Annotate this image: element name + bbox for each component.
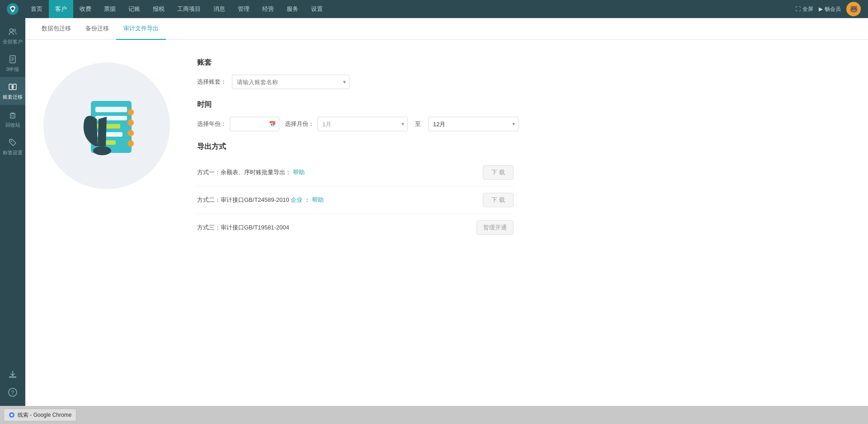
user-avatar[interactable]: 🐻 bbox=[846, 2, 861, 16]
time-form-row: 选择年份： 2023 📅 选择月份： 1月2月3月4月 5月6月7月8月 9月1… bbox=[197, 117, 514, 131]
export-method-1-download-btn[interactable]: 下 载 bbox=[483, 165, 514, 180]
taskbar-chrome[interactable]: 线索 - Google Chrome bbox=[4, 409, 76, 421]
nav-home[interactable]: 首页 bbox=[24, 0, 49, 18]
export-method-3-text: 方式三：审计接口GB/T19581-2004 bbox=[197, 224, 289, 231]
export-method-1-help[interactable]: 帮助 bbox=[293, 169, 305, 176]
export-method-2-text: 方式二：审计接口GB/T24589-2010 bbox=[197, 196, 289, 203]
sidebar-item-account-migration[interactable]: 账套迁移 bbox=[0, 77, 25, 105]
vip-label: 畅会员 bbox=[825, 5, 841, 13]
to-label: 至 bbox=[413, 120, 423, 128]
page-content: 账套 选择账套： ▾ 时间 选择年份： 2023 📅 bbox=[25, 40, 868, 406]
year-select-wrapper: 2023 📅 bbox=[230, 117, 279, 131]
export-section-title: 导出方式 bbox=[197, 142, 514, 152]
migrate-icon bbox=[7, 81, 18, 92]
nav-operations[interactable]: 经营 bbox=[256, 0, 280, 18]
export-method-3: 方式三：审计接口GB/T19581-2004 暂缓开通 bbox=[197, 214, 514, 241]
account-section-title: 账套 bbox=[197, 58, 514, 67]
svg-point-2 bbox=[10, 29, 13, 32]
main-layout: 全部客户 0申报 账套迁移 bbox=[0, 18, 868, 406]
svg-point-25 bbox=[127, 119, 134, 126]
export-method-2: 方式二：审计接口GB/T24589-2010 企业 ： 帮助 下 载 bbox=[197, 186, 514, 214]
top-navigation: 首页 客户 收费 票据 记账 报税 工商项目 消息 管理 经营 服务 设置 ⛶ … bbox=[0, 0, 868, 18]
taskbar: 线索 - Google Chrome bbox=[0, 406, 868, 424]
sidebar-label-all-customers: 全部客户 bbox=[3, 39, 23, 45]
sidebar-label-recycle: 回收站 bbox=[5, 122, 20, 128]
svg-rect-8 bbox=[9, 84, 12, 90]
export-method-1-desc: 方式一：余额表、序时账批量导出： 帮助 bbox=[197, 168, 476, 176]
people-icon bbox=[7, 26, 18, 37]
export-method-2-help[interactable]: 帮助 bbox=[312, 196, 324, 203]
nav-management[interactable]: 管理 bbox=[231, 0, 256, 18]
nav-items: 首页 客户 收费 票据 记账 报税 工商项目 消息 管理 经营 服务 设置 bbox=[24, 0, 795, 18]
app-logo[interactable] bbox=[5, 1, 21, 17]
sidebar-item-tag-settings[interactable]: 标签设置 bbox=[0, 133, 25, 160]
sidebar-label-zero-filing: 0申报 bbox=[6, 67, 19, 72]
export-method-3-desc: 方式三：审计接口GB/T19581-2004 bbox=[197, 224, 469, 232]
sidebar-item-zero-filing[interactable]: 0申报 bbox=[0, 49, 25, 77]
export-section: 导出方式 方式一：余额表、序时账批量导出： 帮助 下 载 方式二：审计接口GB/… bbox=[197, 142, 514, 241]
time-section-title: 时间 bbox=[197, 100, 514, 110]
export-method-2-enterprise[interactable]: 企业 bbox=[291, 196, 302, 203]
nav-services[interactable]: 服务 bbox=[280, 0, 305, 18]
svg-rect-19 bbox=[95, 107, 127, 112]
svg-point-14 bbox=[11, 140, 12, 142]
nav-bookkeeping[interactable]: 记账 bbox=[122, 0, 146, 18]
nav-invoices[interactable]: 票据 bbox=[98, 0, 122, 18]
svg-rect-9 bbox=[13, 84, 16, 90]
nav-settings[interactable]: 设置 bbox=[305, 0, 329, 18]
svg-rect-10 bbox=[10, 114, 15, 118]
taskbar-chrome-label: 线索 - Google Chrome bbox=[18, 411, 71, 419]
export-method-2-colon: ： bbox=[304, 196, 310, 203]
play-icon: ▶ bbox=[819, 6, 823, 12]
sidebar-label-tag-settings: 标签设置 bbox=[3, 150, 23, 156]
svg-point-1 bbox=[11, 7, 14, 10]
form-area: 账套 选择账套： ▾ 时间 选择年份： 2023 📅 bbox=[197, 53, 514, 392]
svg-point-30 bbox=[11, 414, 13, 416]
export-method-1-text: 方式一：余额表、序时账批量导出： bbox=[197, 169, 291, 176]
svg-point-28 bbox=[93, 146, 111, 155]
month-start-wrapper: 1月2月3月4月 5月6月7月8月 9月10月11月12月 bbox=[317, 117, 408, 131]
account-select-wrapper: ▾ bbox=[232, 75, 349, 89]
sidebar-bottom: ? bbox=[6, 368, 19, 399]
help-icon[interactable]: ? bbox=[6, 386, 19, 399]
download-icon[interactable] bbox=[6, 368, 19, 381]
tag-icon bbox=[7, 137, 18, 148]
export-method-2-download-btn[interactable]: 下 载 bbox=[483, 193, 514, 207]
month-start-label: 选择月份： bbox=[285, 120, 312, 128]
tab-data-migration[interactable]: 数据包迁移 bbox=[34, 18, 78, 40]
account-select-input[interactable] bbox=[232, 75, 349, 89]
nav-tax[interactable]: 报税 bbox=[146, 0, 171, 18]
svg-text:?: ? bbox=[11, 390, 14, 396]
account-label: 选择账套： bbox=[197, 78, 226, 86]
trash-icon bbox=[7, 110, 18, 120]
tab-audit-export[interactable]: 审计文件导出 bbox=[116, 18, 166, 40]
svg-point-26 bbox=[127, 130, 134, 136]
fullscreen-button[interactable]: ⛶ 全屏 bbox=[795, 5, 813, 13]
export-method-3-vip-btn[interactable]: 暂缓开通 bbox=[476, 220, 514, 235]
year-label: 选择年份： bbox=[197, 120, 224, 128]
illustration-circle bbox=[43, 62, 170, 189]
sidebar-item-all-customers[interactable]: 全部客户 bbox=[0, 22, 25, 49]
nav-billing[interactable]: 收费 bbox=[73, 0, 98, 18]
svg-point-3 bbox=[14, 29, 16, 32]
export-method-1: 方式一：余额表、序时账批量导出： 帮助 下 载 bbox=[197, 159, 514, 186]
nav-customers[interactable]: 客户 bbox=[49, 0, 73, 18]
month-end-select[interactable]: 1月2月3月4月 5月6月7月8月 9月10月11月12月 bbox=[428, 117, 519, 131]
fullscreen-label: 全屏 bbox=[802, 5, 813, 13]
sidebar-item-recycle[interactable]: 回收站 bbox=[0, 105, 25, 133]
vip-button[interactable]: ▶ 畅会员 bbox=[819, 5, 841, 13]
month-end-wrapper: 1月2月3月4月 5月6月7月8月 9月10月11月12月 bbox=[428, 117, 519, 131]
sidebar-label-account-migration: 账套迁移 bbox=[3, 94, 23, 100]
time-section-divider: 时间 bbox=[197, 100, 514, 110]
tab-backup-migration[interactable]: 备份迁移 bbox=[78, 18, 116, 40]
fullscreen-icon: ⛶ bbox=[795, 6, 801, 12]
nav-messages[interactable]: 消息 bbox=[207, 0, 231, 18]
year-input[interactable]: 2023 bbox=[230, 117, 279, 131]
export-method-2-desc: 方式二：审计接口GB/T24589-2010 企业 ： 帮助 bbox=[197, 196, 476, 204]
month-start-select[interactable]: 1月2月3月4月 5月6月7月8月 9月10月11月12月 bbox=[317, 117, 408, 131]
chrome-icon bbox=[9, 412, 15, 418]
sidebar: 全部客户 0申报 账套迁移 bbox=[0, 18, 25, 406]
file-icon bbox=[7, 54, 18, 65]
tab-bar: 数据包迁移 备份迁移 审计文件导出 bbox=[25, 18, 868, 40]
nav-business[interactable]: 工商项目 bbox=[171, 0, 207, 18]
